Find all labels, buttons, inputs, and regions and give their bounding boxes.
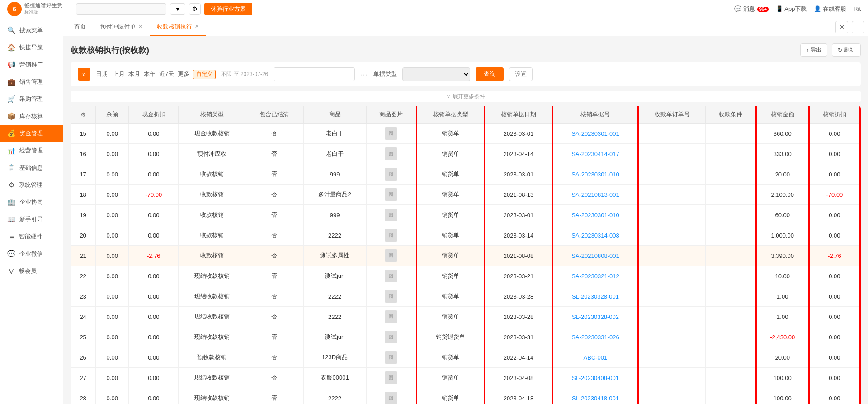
th-settings[interactable]: ⚙ xyxy=(71,106,96,124)
tabs-actions: ✕ ⛶ xyxy=(835,21,864,33)
verify-bill-no-link[interactable]: SA-20210808-001 xyxy=(571,252,619,259)
verify-bill-no-link[interactable]: SA-20210813-001 xyxy=(571,191,619,198)
verify-bill-no-link[interactable]: SL-20230328-002 xyxy=(572,314,619,320)
verify-bill-no-link[interactable]: SA-20230301-001 xyxy=(571,130,619,137)
sidebar-item-inventory[interactable]: 📦 库存核算 xyxy=(0,108,63,125)
verify-bill-no-link[interactable]: SA-20230301-010 xyxy=(571,171,619,178)
column-settings-icon[interactable]: ⚙ xyxy=(80,111,86,118)
sidebar-item-search-menu[interactable]: 🔍 搜索菜单 xyxy=(0,22,63,39)
sidebar-item-finance[interactable]: 💰 资金管理 xyxy=(0,125,63,142)
tab-collection[interactable]: 收款核销执行 ✕ xyxy=(150,18,206,36)
query-button[interactable]: 查询 xyxy=(476,67,504,81)
page-actions: ↑ 导出 ↻ 刷新 xyxy=(800,43,861,57)
tab-maximize-button[interactable]: ⛶ xyxy=(852,21,864,33)
app-download-link[interactable]: 📱 App下载 xyxy=(776,5,807,13)
th-verify-bill-date: 核销单据日期 xyxy=(485,106,552,124)
table-row: 27 0.00 0.00 现结收款核销 否 衣服00001 图 销货单 2023… xyxy=(71,368,860,388)
td-product: 测试多属性 xyxy=(303,246,366,266)
filter-toggle-button[interactable]: » xyxy=(78,68,90,81)
messages-icon[interactable]: 💬 消息 99+ xyxy=(734,5,769,13)
table-row: 18 0.00 -70.00 收款核销 否 多计量商品2 图 销货单 2021-… xyxy=(71,185,860,205)
sidebar-item-operation[interactable]: 📊 经营管理 xyxy=(0,142,63,159)
tab-prepay-close[interactable]: ✕ xyxy=(138,24,142,29)
td-receipt-condition xyxy=(706,164,756,185)
verify-bill-no-link[interactable]: SA-20230331-026 xyxy=(571,334,619,341)
sidebar-item-marketing[interactable]: 📢 营销推广 xyxy=(0,56,63,73)
tab-close-all-button[interactable]: ✕ xyxy=(835,21,848,33)
dropdown-button[interactable]: ▼ xyxy=(170,3,185,15)
sidebar-item-sales[interactable]: 💼 销售管理 xyxy=(0,73,63,90)
sidebar-item-guide[interactable]: 📖 新手引导 xyxy=(0,211,63,228)
sidebar-item-quick-nav[interactable]: 🏠 快捷导航 xyxy=(0,39,63,56)
table-row: 17 0.00 0.00 收款核销 否 999 图 销货单 2023-03-01… xyxy=(71,164,860,185)
operation-icon: 📊 xyxy=(7,147,16,155)
td-verify-bill-date: 2023-04-18 xyxy=(485,388,552,404)
sidebar-item-system[interactable]: ⚙ 系统管理 xyxy=(0,176,63,194)
online-service-link[interactable]: 👤 在线客服 xyxy=(814,5,846,13)
td-verify-bill-date: 2023-04-14 xyxy=(485,144,552,164)
custom-link[interactable]: 自定义 xyxy=(193,70,216,79)
td-verify-type: 现结收款核销 xyxy=(179,327,245,347)
td-verify-bill-no: SL-20230418-001 xyxy=(552,388,638,404)
verify-bill-no-link[interactable]: SA-20230314-008 xyxy=(571,232,619,239)
table-row: 19 0.00 0.00 收款核销 否 999 图 销货单 2023-03-01… xyxy=(71,205,860,225)
verify-bill-no-link[interactable]: SA-20230301-010 xyxy=(571,212,619,219)
logo-text: 畅捷通谱好生意 xyxy=(24,2,62,9)
td-include-cleared: 否 xyxy=(245,185,303,205)
td-verify-type: 收款核销 xyxy=(179,205,245,225)
td-receipt-order-no xyxy=(638,185,706,205)
search-input[interactable] xyxy=(76,3,166,15)
verify-bill-no-link[interactable]: SL-20230328-001 xyxy=(572,293,619,300)
expand-conditions-bar[interactable]: ∨ 展开更多条件 xyxy=(71,91,861,102)
order-type-select[interactable] xyxy=(402,67,470,81)
td-product: 衣服00001 xyxy=(303,368,366,388)
verify-bill-no-link[interactable]: SA-20230414-017 xyxy=(571,151,619,157)
td-verify-bill-no: SA-20230301-010 xyxy=(552,164,638,185)
td-include-cleared: 否 xyxy=(245,205,303,225)
last7days-link[interactable]: 近7天 xyxy=(159,70,174,78)
tab-home[interactable]: 首页 xyxy=(67,18,93,36)
verify-bill-no-link[interactable]: SL-20230408-001 xyxy=(572,375,619,381)
sidebar-item-basic-info[interactable]: 📋 基础信息 xyxy=(0,159,63,176)
verify-bill-no-link[interactable]: ABC-001 xyxy=(584,354,608,361)
td-receipt-condition xyxy=(706,124,756,144)
user-name[interactable]: Rit xyxy=(854,5,861,12)
td-receipt-condition xyxy=(706,246,756,266)
verify-bill-no-link[interactable]: SA-20230321-012 xyxy=(571,273,619,280)
refresh-button[interactable]: ↻ 刷新 xyxy=(832,43,861,57)
tab-prepay[interactable]: 预付冲应付单 ✕ xyxy=(93,18,150,36)
this-month-link[interactable]: 本月 xyxy=(128,70,140,78)
td-row-num: 28 xyxy=(71,388,96,404)
this-year-link[interactable]: 本年 xyxy=(144,70,156,78)
finance-icon: 💰 xyxy=(7,129,16,138)
td-verify-type: 收款核销 xyxy=(179,185,245,205)
verify-bill-no-link[interactable]: SL-20230418-001 xyxy=(572,395,619,402)
industry-solution-button[interactable]: 休验行业方案 xyxy=(204,3,252,15)
td-cash-discount: 0.00 xyxy=(129,327,179,347)
order-type-label: 单据类型 xyxy=(373,70,397,78)
td-cash-discount: 0.00 xyxy=(129,286,179,307)
sidebar-item-wechat[interactable]: 💬 企业微信 xyxy=(0,245,63,262)
td-verify-bill-no: SA-20230414-017 xyxy=(552,144,638,164)
sidebar-item-enterprise[interactable]: 🏢 企业协同 xyxy=(0,194,63,211)
more-link[interactable]: 更多 xyxy=(178,70,189,78)
counterparty-input[interactable] xyxy=(274,67,355,81)
sidebar-item-vip[interactable]: V 畅会员 xyxy=(0,262,63,280)
td-balance: 0.00 xyxy=(96,144,129,164)
export-button[interactable]: ↑ 导出 xyxy=(800,43,827,57)
sidebar-item-smart-hw[interactable]: 🖥 智能硬件 xyxy=(0,228,63,245)
td-verify-amount: 2,100.00 xyxy=(756,185,809,205)
td-product: 2222 xyxy=(303,388,366,404)
td-verify-amount: 60.00 xyxy=(756,205,809,225)
logo-icon: 6 xyxy=(7,2,22,16)
td-product-image: 图 xyxy=(366,225,417,246)
last-month-link[interactable]: 上月 xyxy=(113,70,125,78)
sidebar-item-purchase[interactable]: 🛒 采购管理 xyxy=(0,90,63,108)
setting-button[interactable]: 设置 xyxy=(509,67,533,81)
settings-button[interactable]: ⚙ xyxy=(189,3,201,15)
table-body: 15 0.00 0.00 现金收款核销 否 老白干 图 销货单 2023-03-… xyxy=(71,124,860,404)
td-verify-amount: 360.00 xyxy=(756,124,809,144)
tab-collection-close[interactable]: ✕ xyxy=(195,24,199,29)
td-product-image: 图 xyxy=(366,205,417,225)
date-label: 日期 xyxy=(96,70,108,78)
